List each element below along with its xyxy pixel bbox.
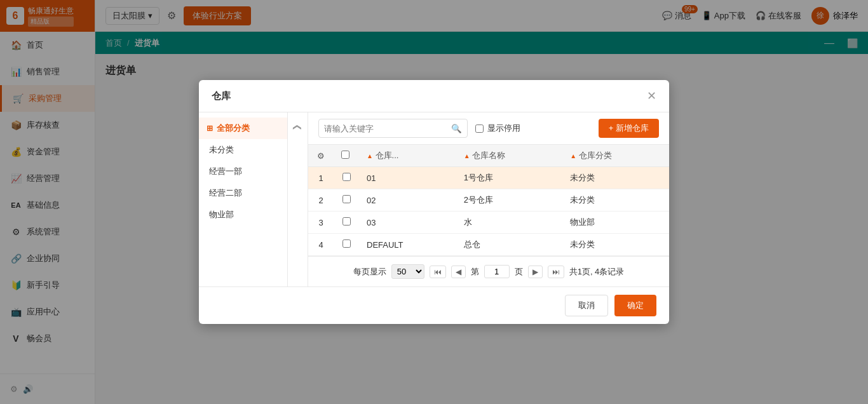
show-disabled-checkbox[interactable] bbox=[475, 125, 484, 133]
row-name: 1号仓库 bbox=[456, 167, 563, 189]
modal-right-content: 🔍 显示停用 + 新增仓库 ⚙ bbox=[308, 112, 669, 286]
table-header: ⚙ ▲ 仓库... ▲ 仓库名称 ▲ 仓库分类 bbox=[308, 145, 669, 167]
warehouse-modal: 仓库 ✕ ⊞ 全部分类 未分类 经营一部 经营二部 物业部 ❮ bbox=[199, 80, 669, 324]
row-category: 未分类 bbox=[562, 234, 669, 256]
select-all-checkbox[interactable] bbox=[341, 151, 349, 159]
table-row[interactable]: 2 02 2号仓库 未分类 bbox=[308, 189, 669, 212]
warehouse-table-container: ⚙ ▲ 仓库... ▲ 仓库名称 ▲ 仓库分类 1 01 bbox=[308, 145, 669, 256]
last-page-btn[interactable]: ⏭ bbox=[548, 266, 564, 278]
category-item-property[interactable]: 物业部 bbox=[199, 204, 287, 226]
show-disabled-label: 显示停用 bbox=[487, 123, 520, 134]
row-category: 物业部 bbox=[562, 212, 669, 234]
modal-toolbar: 🔍 显示停用 + 新增仓库 bbox=[308, 112, 669, 145]
table-row[interactable]: 3 03 水 物业部 bbox=[308, 212, 669, 234]
pagination: 每页显示 50 20 100 ⏮ ◀ 第 页 ▶ ⏭ 共1页, 4条记录 bbox=[308, 256, 669, 286]
row-checkbox[interactable] bbox=[334, 167, 359, 189]
row-index: 4 bbox=[308, 234, 334, 256]
modal-body: ⊞ 全部分类 未分类 经营一部 经营二部 物业部 ❮ 🔍 bbox=[199, 112, 669, 286]
per-page-label: 每页显示 bbox=[353, 266, 386, 278]
row-category: 未分类 bbox=[562, 189, 669, 212]
page-input[interactable] bbox=[484, 265, 510, 278]
warehouse-table: ⚙ ▲ 仓库... ▲ 仓库名称 ▲ 仓库分类 1 01 bbox=[308, 145, 669, 256]
search-btn[interactable]: 🔍 bbox=[446, 124, 467, 133]
row-code: DEFAULT bbox=[359, 234, 456, 256]
col-checkbox bbox=[334, 145, 359, 167]
col-code: ▲ 仓库... bbox=[359, 145, 456, 167]
row-checkbox[interactable] bbox=[334, 212, 359, 234]
search-box: 🔍 bbox=[318, 119, 468, 138]
modal-overlay[interactable]: 仓库 ✕ ⊞ 全部分类 未分类 经营一部 经营二部 物业部 ❮ bbox=[0, 0, 868, 404]
prev-page-btn[interactable]: ◀ bbox=[451, 266, 466, 278]
show-disabled-group: 显示停用 bbox=[475, 123, 520, 134]
table-row[interactable]: 1 01 1号仓库 未分类 bbox=[308, 167, 669, 189]
page-suffix: 页 bbox=[515, 266, 523, 278]
col-category: ▲ 仓库分类 bbox=[562, 145, 669, 167]
row-code: 01 bbox=[359, 167, 456, 189]
search-input[interactable] bbox=[319, 124, 446, 133]
cancel-btn[interactable]: 取消 bbox=[565, 295, 608, 316]
sidebar-collapse-btn[interactable]: ❮ bbox=[288, 119, 308, 136]
table-body: 1 01 1号仓库 未分类 2 02 2号仓库 bbox=[308, 167, 669, 256]
col-name: ▲ 仓库名称 bbox=[456, 145, 563, 167]
row-name: 总仓 bbox=[456, 234, 563, 256]
page-label: 第 bbox=[471, 266, 479, 278]
row-name: 2号仓库 bbox=[456, 189, 563, 212]
col-settings: ⚙ bbox=[308, 145, 334, 167]
row-code: 02 bbox=[359, 189, 456, 212]
row-index: 2 bbox=[308, 189, 334, 212]
next-page-btn[interactable]: ▶ bbox=[528, 266, 543, 278]
add-warehouse-btn[interactable]: + 新增仓库 bbox=[599, 119, 659, 138]
row-category: 未分类 bbox=[562, 167, 669, 189]
row-checkbox[interactable] bbox=[334, 234, 359, 256]
grid-icon: ⊞ bbox=[207, 124, 213, 133]
category-item-dept2[interactable]: 经营二部 bbox=[199, 182, 287, 204]
modal-title: 仓库 bbox=[212, 90, 231, 102]
all-category-item[interactable]: ⊞ 全部分类 bbox=[199, 118, 287, 139]
row-checkbox[interactable] bbox=[334, 189, 359, 212]
row-name: 水 bbox=[456, 212, 563, 234]
confirm-btn[interactable]: 确定 bbox=[614, 295, 656, 316]
modal-footer: 取消 确定 bbox=[199, 286, 669, 324]
total-info: 共1页, 4条记录 bbox=[569, 266, 625, 278]
modal-close-btn[interactable]: ✕ bbox=[647, 89, 656, 103]
table-row[interactable]: 4 DEFAULT 总仓 未分类 bbox=[308, 234, 669, 256]
first-page-btn[interactable]: ⏮ bbox=[430, 266, 446, 278]
modal-header: 仓库 ✕ bbox=[199, 80, 669, 112]
modal-left-sidebar: ⊞ 全部分类 未分类 经营一部 经营二部 物业部 bbox=[199, 112, 288, 286]
per-page-select[interactable]: 50 20 100 bbox=[391, 264, 424, 279]
row-index: 1 bbox=[308, 167, 334, 189]
row-code: 03 bbox=[359, 212, 456, 234]
category-item-unclassified[interactable]: 未分类 bbox=[199, 139, 287, 161]
category-item-dept1[interactable]: 经营一部 bbox=[199, 161, 287, 182]
row-index: 3 bbox=[308, 212, 334, 234]
